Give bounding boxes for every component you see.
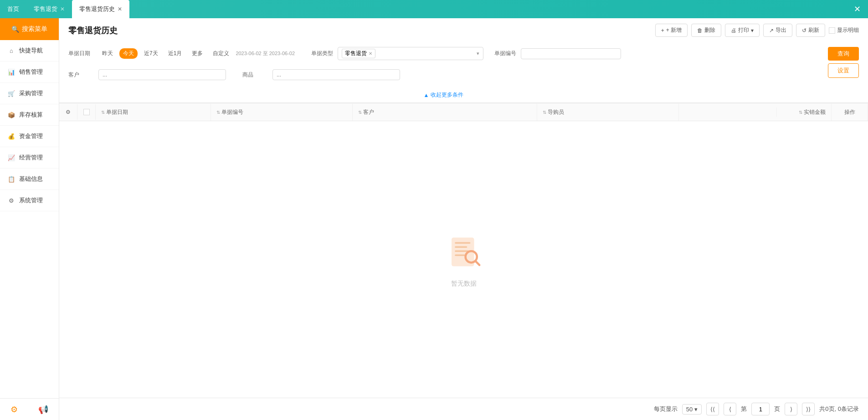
goods-field[interactable] (277, 72, 396, 78)
sidebar-item-system[interactable]: ⚙ 系统管理 (0, 190, 59, 211)
next-page-btn[interactable]: ⟩ (785, 403, 797, 415)
th-checkbox[interactable] (77, 104, 96, 120)
first-page-btn[interactable]: ⟨⟨ (706, 403, 719, 415)
voucher-type-select[interactable]: 零售退货 ✕ ▾ (338, 47, 483, 60)
tag-close-icon[interactable]: ✕ (369, 51, 372, 56)
page-size-arrow: ▾ (694, 406, 698, 413)
collapse-btn[interactable]: ▲ 收起更多条件 (68, 89, 819, 102)
main-layout: 🔍 搜索菜单 ⌂ 快捷导航 📊 销售管理 🛒 采购管理 📦 库存核算 💰 (0, 18, 868, 420)
voucher-type-value: 零售退货 (345, 50, 367, 57)
customer-field[interactable] (103, 72, 222, 78)
voucher-num-label: 单据编号 (494, 50, 517, 57)
query-button[interactable]: 查询 (828, 47, 859, 61)
sidebar-item-basic-info[interactable]: 📋 基础信息 (0, 169, 59, 190)
tab-home-label: 首页 (7, 5, 19, 13)
date-more-btn[interactable]: 更多 (188, 48, 206, 59)
th-date-label: 单据日期 (106, 108, 128, 116)
search-menu-label: 搜索菜单 (22, 25, 47, 33)
search-menu-btn[interactable]: 🔍 搜索菜单 (0, 18, 59, 40)
table-header: ⚙ ⇅ 单据日期 ⇅ 单据编号 ⇅ 客户 ⇅ (59, 103, 868, 121)
date-custom-btn[interactable]: 自定义 (209, 48, 233, 59)
date-yesterday-btn[interactable]: 昨天 (98, 48, 117, 59)
th-amount-label: 实销金额 (804, 108, 826, 116)
select-all-checkbox[interactable] (83, 109, 90, 115)
pagination: 每页显示 50 ▾ ⟨⟨ ⟨ 第 页 ⟩ ⟩⟩ 共0页, 0条记录 (59, 398, 868, 420)
empty-text: 暂无数据 (451, 280, 477, 288)
purchase-icon: 🛒 (7, 89, 15, 97)
th-customer: ⇅ 客户 (353, 104, 538, 121)
sidebar-item-quicknav[interactable]: ⌂ 快捷导航 (0, 40, 59, 61)
print-label: 打印 (738, 26, 749, 34)
voucher-type-tag: 零售退货 ✕ (342, 49, 375, 58)
delete-button[interactable]: 🗑 删除 (691, 24, 721, 37)
display-toggle-label: 显示明细 (837, 26, 859, 34)
goods-input[interactable] (272, 69, 400, 80)
sidebar-item-label: 库存核算 (19, 111, 43, 119)
settings-icon: ⚙ (66, 109, 71, 115)
sidebar-bottom: ⚙ 📢 (0, 398, 59, 420)
th-guide: ⇅ 导购员 (537, 104, 678, 121)
settings-bottom-icon[interactable]: ⚙ (10, 405, 18, 415)
print-button[interactable]: 🖨 打印 ▾ (725, 24, 760, 37)
date-7days-btn[interactable]: 近7天 (140, 48, 162, 59)
sidebar-item-purchase[interactable]: 🛒 采购管理 (0, 83, 59, 104)
svg-rect-1 (455, 242, 470, 244)
sidebar-nav: ⌂ 快捷导航 📊 销售管理 🛒 采购管理 📦 库存核算 💰 资金管理 📈 (0, 40, 59, 398)
sidebar-item-business[interactable]: 📈 经营管理 (0, 147, 59, 169)
refresh-button[interactable]: ↺ 刷新 (796, 24, 825, 37)
collapse-label: 收起更多条件 (431, 91, 463, 99)
tab-retail-return-history-label: 零售退货历史 (79, 5, 115, 13)
add-icon: + (661, 27, 664, 34)
sidebar-item-inventory[interactable]: 📦 库存核算 (0, 104, 59, 126)
sort-icon[interactable]: ⇅ (799, 110, 802, 115)
sidebar-item-label: 经营管理 (19, 154, 43, 162)
settings-filter-button[interactable]: 设置 (828, 63, 859, 78)
top-bar-close[interactable]: ✕ (854, 4, 868, 14)
filter-row-2: 客户 商品 (68, 69, 819, 80)
tab-home[interactable]: 首页 (0, 0, 26, 18)
customer-input[interactable] (98, 69, 226, 80)
export-button[interactable]: ↗ 导出 (763, 24, 792, 37)
delete-label: 删除 (704, 26, 715, 34)
svg-rect-3 (455, 250, 469, 252)
th-settings[interactable]: ⚙ (59, 104, 77, 120)
add-button[interactable]: + + 新增 (655, 24, 688, 37)
sort-icon[interactable]: ⇅ (216, 110, 220, 115)
sort-icon[interactable]: ⇅ (543, 110, 546, 115)
sort-icon[interactable]: ⇅ (358, 110, 362, 115)
sidebar-item-label: 系统管理 (19, 196, 43, 205)
page-num-input[interactable] (751, 403, 770, 415)
empty-state: 暂无数据 (59, 121, 868, 398)
display-toggle-checkbox[interactable] (829, 27, 835, 34)
sidebar-item-label: 销售管理 (19, 68, 43, 76)
refresh-icon: ↺ (802, 27, 806, 34)
th-action: 操作 (832, 104, 868, 121)
date-label: 单据日期 (68, 50, 91, 57)
date-filter: 昨天 今天 近7天 近1月 更多 自定义 2023-06-02 至 2023-0… (98, 48, 295, 59)
sidebar-item-finance[interactable]: 💰 资金管理 (0, 126, 59, 147)
th-num: ⇅ 单据编号 (211, 104, 352, 121)
close-icon[interactable]: ✕ (118, 6, 122, 12)
page-size-select[interactable]: 50 ▾ (682, 404, 702, 415)
sidebar-item-label: 快捷导航 (19, 46, 43, 55)
voucher-num-field[interactable] (525, 51, 617, 57)
search-icon: 🔍 (11, 26, 19, 33)
delete-icon: 🗑 (697, 27, 703, 34)
sales-icon: 📊 (7, 68, 15, 76)
date-1month-btn[interactable]: 近1月 (164, 48, 186, 59)
last-page-btn[interactable]: ⟩⟩ (802, 403, 815, 415)
tab-retail-return[interactable]: 零售退货 ✕ (26, 0, 72, 18)
speaker-icon[interactable]: 📢 (38, 405, 48, 415)
th-spacer (679, 108, 777, 117)
print-icon: 🖨 (731, 27, 736, 34)
page-suffix: 页 (774, 405, 780, 413)
sort-icon[interactable]: ⇅ (101, 110, 105, 115)
date-today-btn[interactable]: 今天 (119, 48, 138, 59)
voucher-num-input[interactable] (521, 48, 621, 59)
tab-retail-return-history[interactable]: 零售退货历史 ✕ (72, 0, 129, 18)
th-num-label: 单据编号 (221, 108, 243, 116)
sidebar-item-sales[interactable]: 📊 销售管理 (0, 61, 59, 83)
prev-page-btn[interactable]: ⟨ (724, 403, 736, 415)
page-label: 第 (741, 405, 747, 413)
close-icon[interactable]: ✕ (60, 6, 65, 12)
